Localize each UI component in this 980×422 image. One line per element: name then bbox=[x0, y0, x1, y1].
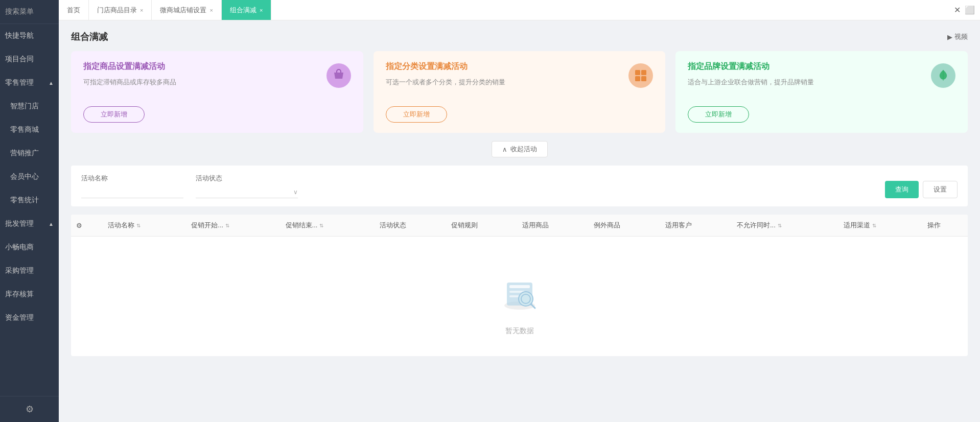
sidebar-item-retail-mgmt[interactable]: 零售管理 ▲ bbox=[0, 71, 59, 95]
sidebar-search[interactable]: 搜索菜单 bbox=[0, 0, 59, 24]
cards-row: 指定商品设置满减活动 可指定滞销商品或库存较多商品 立即新增 指定分类设置满减活… bbox=[71, 51, 968, 133]
page-title: 组合满减 bbox=[71, 31, 108, 43]
brand-card: 指定品牌设置满减活动 适合与上游企业联合做营销，提升品牌销量 立即新增 bbox=[675, 51, 968, 133]
sidebar: 搜索菜单 快捷导航 项目合同 零售管理 ▲ 智慧门店 零售商城 营销推广 会员中… bbox=[0, 0, 59, 422]
sidebar-item-member-center[interactable]: 会员中心 bbox=[0, 165, 59, 189]
setting-button[interactable]: 设置 bbox=[923, 181, 958, 198]
empty-text: 暂无数据 bbox=[505, 326, 534, 336]
table-body: 暂无数据 bbox=[71, 237, 968, 357]
sort-icon-channels: ⇅ bbox=[872, 223, 876, 228]
table-container: ⚙ 活动名称 ⇅ 促销开始... ⇅ bbox=[71, 215, 968, 356]
col-start[interactable]: 促销开始... ⇅ bbox=[186, 215, 280, 237]
col-except: 例外商品 bbox=[589, 215, 660, 237]
col-status: 活动状态 bbox=[375, 215, 446, 237]
activity-name-input[interactable] bbox=[81, 186, 183, 198]
product-card-desc: 可指定滞销商品或库存较多商品 bbox=[83, 77, 351, 87]
sidebar-item-retail-mall[interactable]: 零售商城 bbox=[0, 118, 59, 142]
col-channels[interactable]: 适用渠道 ⇅ bbox=[838, 215, 922, 237]
empty-icon bbox=[494, 267, 545, 318]
content-area: 组合满减 ▶ 视频 指定商品设置满减活动 可指定滞销商品或库存较多商品 立即新增 bbox=[59, 20, 980, 422]
sidebar-item-smart-store[interactable]: 智慧门店 bbox=[0, 95, 59, 118]
empty-state-row: 暂无数据 bbox=[71, 237, 968, 357]
activity-status-select-wrapper: 进行中 未开始 已结束 ∨ bbox=[196, 186, 298, 198]
chevron-down-icon: ▲ bbox=[49, 221, 54, 227]
brand-card-desc: 适合与上游企业联合做营销，提升品牌销量 bbox=[688, 77, 955, 87]
close-tab-store-catalog[interactable]: × bbox=[140, 7, 143, 13]
topbar-actions: ✕ ⬜ bbox=[954, 5, 980, 15]
sidebar-item-project-contract[interactable]: 项目合同 bbox=[0, 48, 59, 71]
tab-store-catalog[interactable]: 门店商品目录 × bbox=[89, 0, 152, 20]
search-actions: 查询 设置 bbox=[885, 181, 958, 198]
col-end[interactable]: 促销结束... ⇅ bbox=[281, 215, 375, 237]
svg-rect-0 bbox=[635, 70, 640, 75]
chevron-up-icon: ∧ bbox=[502, 146, 507, 153]
sidebar-item-inventory[interactable]: 库存核算 bbox=[0, 283, 59, 306]
svg-rect-6 bbox=[509, 285, 530, 288]
sort-icon-end: ⇅ bbox=[319, 223, 323, 228]
close-tab-combo-discount[interactable]: × bbox=[260, 7, 263, 13]
sidebar-item-purchase-mgmt[interactable]: 采购管理 bbox=[0, 259, 59, 283]
brand-card-icon bbox=[931, 63, 955, 88]
collapse-bar: ∧ 收起活动 bbox=[71, 141, 968, 157]
activity-status-label: 活动状态 bbox=[196, 174, 298, 183]
sort-icon-name: ⇅ bbox=[136, 223, 141, 228]
brand-card-btn[interactable]: 立即新增 bbox=[688, 106, 749, 123]
sort-icon-start: ⇅ bbox=[225, 223, 229, 228]
category-card-title: 指定分类设置满减活动 bbox=[386, 61, 654, 72]
col-rules: 促销规则 bbox=[446, 215, 518, 237]
product-card-btn[interactable]: 立即新增 bbox=[83, 106, 145, 123]
gear-icon[interactable]: ⚙ bbox=[26, 404, 34, 415]
tab-combo-discount[interactable]: 组合满减 × bbox=[222, 0, 271, 20]
col-customers: 适用客户 bbox=[660, 215, 732, 237]
product-card-title: 指定商品设置满减活动 bbox=[83, 61, 351, 72]
col-name[interactable]: 活动名称 ⇅ bbox=[103, 215, 186, 237]
svg-rect-2 bbox=[635, 76, 640, 81]
sidebar-item-finance[interactable]: 资金管理 bbox=[0, 306, 59, 330]
svg-rect-3 bbox=[641, 76, 646, 81]
topbar: 首页 门店商品目录 × 微商城店铺设置 × 组合满减 × ✕ ⬜ bbox=[59, 0, 980, 20]
col-no-stack[interactable]: 不允许同时... ⇅ bbox=[732, 215, 838, 237]
close-window-icon[interactable]: ✕ bbox=[954, 5, 961, 15]
table-header-row: ⚙ 活动名称 ⇅ 促销开始... ⇅ bbox=[71, 215, 968, 237]
empty-state: 暂无数据 bbox=[71, 237, 968, 356]
collapse-btn[interactable]: ∧ 收起活动 bbox=[492, 141, 548, 157]
col-settings[interactable]: ⚙ bbox=[71, 215, 103, 237]
close-tab-wechat-settings[interactable]: × bbox=[209, 7, 213, 13]
play-circle-icon: ▶ bbox=[947, 33, 952, 41]
col-products: 适用商品 bbox=[517, 215, 589, 237]
sidebar-item-quick-nav[interactable]: 快捷导航 bbox=[0, 24, 59, 48]
tab-wechat-settings[interactable]: 微商城店铺设置 × bbox=[152, 0, 221, 20]
page-header: 组合满减 ▶ 视频 bbox=[71, 31, 968, 43]
category-card-icon bbox=[628, 63, 653, 88]
activity-name-label: 活动名称 bbox=[81, 174, 183, 183]
search-activity-name-field: 活动名称 bbox=[81, 174, 183, 198]
restore-window-icon[interactable]: ⬜ bbox=[965, 5, 975, 15]
brand-card-title: 指定品牌设置满减活动 bbox=[688, 61, 955, 72]
video-link[interactable]: ▶ 视频 bbox=[947, 32, 968, 41]
sidebar-item-wholesale-mgmt[interactable]: 批发管理 ▲ bbox=[0, 212, 59, 236]
sort-icon-no-stack: ⇅ bbox=[778, 223, 782, 228]
svg-rect-1 bbox=[641, 70, 646, 75]
category-card-desc: 可选一个或者多个分类，提升分类的销量 bbox=[386, 77, 654, 87]
search-activity-status-field: 活动状态 进行中 未开始 已结束 ∨ bbox=[196, 174, 298, 198]
search-bar: 活动名称 活动状态 进行中 未开始 已结束 ∨ 查询 设置 bbox=[71, 166, 968, 206]
sidebar-item-marketing[interactable]: 营销推广 bbox=[0, 142, 59, 165]
activity-status-select[interactable]: 进行中 未开始 已结束 bbox=[196, 186, 298, 198]
product-card: 指定商品设置满减活动 可指定滞销商品或库存较多商品 立即新增 bbox=[71, 51, 363, 133]
tab-home[interactable]: 首页 bbox=[59, 0, 89, 20]
category-card: 指定分类设置满减活动 可选一个或者多个分类，提升分类的销量 立即新增 bbox=[374, 51, 666, 133]
sidebar-bottom: ⚙ bbox=[0, 396, 59, 422]
sidebar-item-retail-stats[interactable]: 零售统计 bbox=[0, 189, 59, 212]
empty-state-cell: 暂无数据 bbox=[71, 237, 968, 357]
query-button[interactable]: 查询 bbox=[885, 181, 919, 198]
data-table: ⚙ 活动名称 ⇅ 促销开始... ⇅ bbox=[71, 215, 968, 356]
category-card-btn[interactable]: 立即新增 bbox=[386, 106, 447, 123]
sidebar-item-xiaochang[interactable]: 小畅电商 bbox=[0, 236, 59, 259]
main-area: 首页 门店商品目录 × 微商城店铺设置 × 组合满减 × ✕ ⬜ 组合满减 ▶ … bbox=[59, 0, 980, 422]
chevron-up-icon: ▲ bbox=[49, 80, 54, 86]
product-card-icon bbox=[326, 63, 351, 88]
col-actions: 操作 bbox=[922, 215, 968, 237]
